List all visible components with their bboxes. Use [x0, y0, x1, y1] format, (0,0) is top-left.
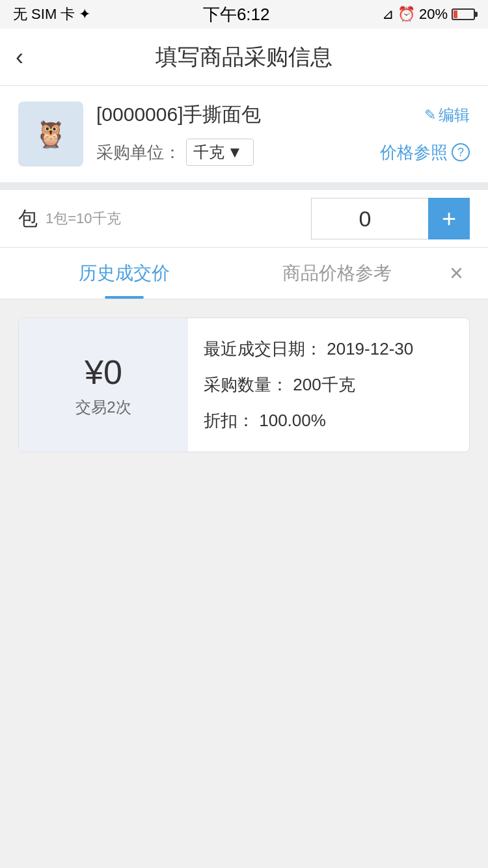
- location-icon: ⊿: [382, 6, 394, 23]
- tab-product-price-ref[interactable]: 商品价格参考: [230, 248, 442, 299]
- price-ref-button[interactable]: 价格参照 ?: [380, 141, 470, 164]
- tab-product-label: 商品价格参考: [282, 261, 392, 286]
- quantity-input[interactable]: [311, 198, 428, 239]
- nav-bar: ‹ 填写商品采购信息: [0, 29, 488, 86]
- recent-date-value: 2019-12-30: [327, 339, 413, 359]
- product-card: 🦉 [0000006]手撕面包 ✎ 编辑 采购单位： 千克 ▼ 价格参照 ?: [0, 86, 488, 182]
- tab-history-label: 历史成交价: [79, 261, 170, 286]
- quantity-row: 包 1包=10千克 +: [0, 190, 488, 247]
- history-price-panel: ¥0 交易2次: [19, 318, 188, 452]
- status-right: ⊿ ⏰ 20%: [382, 6, 475, 23]
- quantity-row-detail: 采购数量： 200千克: [204, 372, 454, 398]
- unit-dropdown-arrow: ▼: [227, 143, 243, 161]
- product-logo-icon: 🦉: [34, 119, 67, 150]
- status-time: 下午6:12: [203, 3, 270, 26]
- quantity-plus-button[interactable]: +: [428, 198, 470, 239]
- battery-icon: [452, 8, 475, 20]
- edit-button[interactable]: ✎ 编辑: [424, 105, 470, 126]
- history-price-value: ¥0: [85, 353, 122, 392]
- product-image: 🦉: [18, 102, 83, 167]
- unit-select[interactable]: 千克 ▼: [186, 139, 254, 166]
- product-header: [0000006]手撕面包 ✎ 编辑: [96, 102, 470, 128]
- back-button[interactable]: ‹: [16, 44, 23, 71]
- product-unit-row: 采购单位： 千克 ▼ 价格参照 ?: [96, 139, 470, 166]
- tab-active-indicator: [105, 296, 144, 299]
- discount-value: 100.00%: [259, 411, 326, 430]
- product-name: [0000006]手撕面包: [96, 102, 261, 128]
- edit-icon: ✎: [424, 107, 436, 124]
- quantity-label-group: 包 1包=10千克: [18, 206, 121, 232]
- discount-label: 折扣：: [204, 411, 254, 430]
- recent-date-label: 最近成交日期：: [204, 339, 322, 359]
- tab-history-price[interactable]: 历史成交价: [18, 248, 230, 299]
- quantity-unit-small: 1包=10千克: [46, 209, 121, 228]
- sim-label: 无 SIM 卡 ✦: [13, 5, 90, 24]
- quantity-input-group: +: [311, 198, 470, 239]
- tab-close-button[interactable]: ×: [443, 260, 470, 287]
- history-section: ¥0 交易2次 最近成交日期： 2019-12-30 采购数量： 200千克 折…: [0, 299, 488, 470]
- history-trades-count: 交易2次: [75, 397, 131, 418]
- status-bar: 无 SIM 卡 ✦ 下午6:12 ⊿ ⏰ 20%: [0, 0, 488, 29]
- edit-label: 编辑: [439, 105, 470, 126]
- discount-row: 折扣： 100.00%: [204, 408, 454, 433]
- history-card: ¥0 交易2次 最近成交日期： 2019-12-30 采购数量： 200千克 折…: [18, 318, 470, 452]
- tab-bar: 历史成交价 商品价格参考 ×: [0, 247, 488, 299]
- quantity-label: 采购数量：: [204, 375, 288, 394]
- page-title: 填写商品采购信息: [156, 42, 332, 72]
- product-info: [0000006]手撕面包 ✎ 编辑 采购单位： 千克 ▼ 价格参照 ?: [96, 102, 470, 166]
- status-left: 无 SIM 卡 ✦: [13, 5, 90, 24]
- product-name-text: 手撕面包: [183, 103, 261, 125]
- price-ref-label: 价格参照: [380, 141, 448, 164]
- unit-label-text: 采购单位：: [96, 141, 181, 164]
- section-divider: [0, 182, 488, 190]
- alarm-icon: ⏰: [398, 6, 415, 23]
- history-detail-panel: 最近成交日期： 2019-12-30 采购数量： 200千克 折扣： 100.0…: [188, 318, 469, 452]
- unit-label: 采购单位： 千克 ▼: [96, 139, 254, 166]
- quantity-value: 200千克: [293, 375, 355, 394]
- recent-date-row: 最近成交日期： 2019-12-30: [204, 336, 454, 362]
- unit-value: 千克: [193, 142, 224, 163]
- price-ref-help-icon: ?: [452, 143, 470, 161]
- quantity-unit-big: 包: [18, 206, 38, 232]
- battery-percent: 20%: [419, 6, 448, 23]
- product-id: [0000006]: [96, 103, 183, 125]
